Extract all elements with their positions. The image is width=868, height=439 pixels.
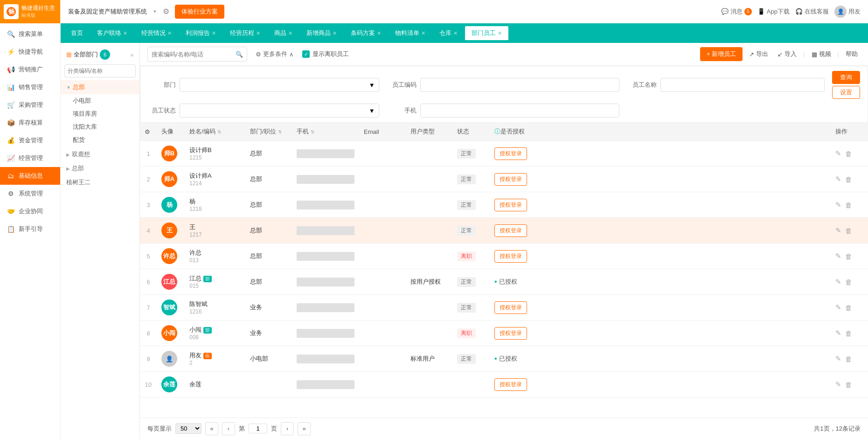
tab-home[interactable]: 首页 — [64, 26, 90, 40]
tab-close-bom[interactable]: ✕ — [421, 30, 425, 36]
help-btn[interactable]: 帮助 — [843, 48, 861, 60]
filter-status-select[interactable]: ▼ — [180, 104, 379, 118]
sort-dept-icon[interactable]: ⇅ — [278, 129, 282, 134]
tab-barcode[interactable]: 条码方案 ✕ — [344, 26, 388, 40]
delete-icon[interactable]: 🗑 — [845, 175, 852, 183]
edit-icon[interactable]: ✎ — [835, 149, 841, 158]
query-button[interactable]: 查询 — [832, 71, 860, 84]
tab-goods[interactable]: 商品 ✕ — [268, 26, 299, 40]
settings-icon[interactable]: ⚙ — [163, 7, 169, 16]
tab-operation[interactable]: 经营情况 ✕ — [135, 26, 178, 40]
sidebar-item-basic[interactable]: 🗂 基础信息 — [0, 167, 60, 185]
edit-icon[interactable]: ✎ — [835, 226, 841, 235]
edit-icon[interactable]: ✎ — [835, 201, 841, 209]
delete-icon[interactable]: 🗑 — [845, 381, 852, 389]
edit-icon[interactable]: ✎ — [835, 303, 841, 312]
sidebar-item-guide[interactable]: 📋 新手引导 — [0, 220, 60, 238]
dept-project[interactable]: 项目库房 — [61, 107, 139, 120]
sidebar-item-quicknav[interactable]: ⚡ 快捷导航 — [0, 43, 60, 61]
filter-code-input[interactable] — [420, 78, 620, 92]
collapse-icon[interactable]: « — [131, 51, 134, 58]
authorize-button[interactable]: 授权登录 — [494, 250, 527, 263]
tab-bom[interactable]: 物料清单 ✕ — [389, 26, 432, 40]
sidebar-item-finance[interactable]: 💰 资金管理 — [0, 132, 60, 149]
sidebar-item-purchase[interactable]: 🛒 采购管理 — [0, 96, 60, 114]
user-btn[interactable]: 👤 用友 — [834, 6, 861, 18]
edit-icon[interactable]: ✎ — [835, 329, 841, 337]
authorize-button[interactable]: 授权登录 — [494, 327, 527, 340]
tab-close-operation[interactable]: ✕ — [167, 30, 172, 36]
delete-icon[interactable]: 🗑 — [845, 304, 852, 312]
dept-search-input[interactable] — [65, 68, 136, 74]
export-btn[interactable]: ↗ 导出 — [746, 48, 771, 60]
delete-icon[interactable]: 🗑 — [845, 355, 852, 363]
app-download-btn[interactable]: 📱 App下载 — [757, 7, 790, 16]
edit-icon[interactable]: ✎ — [835, 278, 841, 286]
dept-shuanglu[interactable]: ▶ 双鹿想 — [61, 147, 139, 161]
tab-employees[interactable]: 部门员工 ✕ — [465, 26, 508, 40]
dept-zongbu[interactable]: ▼ 总部 — [61, 80, 139, 94]
delete-icon[interactable]: 🗑 — [845, 150, 852, 158]
show-resigned-checkbox[interactable]: ✓ — [302, 50, 310, 58]
sidebar-item-operation[interactable]: 📈 经营管理 — [0, 149, 60, 167]
tab-close-warehouse[interactable]: ✕ — [453, 30, 458, 36]
dept-peihuo[interactable]: 配货 — [61, 133, 139, 146]
delete-icon[interactable]: 🗑 — [845, 252, 852, 260]
more-filter-btn[interactable]: ⚙ 更多条件 ∧ — [252, 48, 298, 60]
trial-button[interactable]: 体验行业方案 — [175, 5, 224, 19]
dept-xiaodian[interactable]: 小电部 — [61, 94, 139, 107]
edit-icon[interactable]: ✎ — [835, 355, 841, 363]
message-btn[interactable]: 💬 消息 5 — [721, 7, 752, 16]
add-dept-btn[interactable]: 6 — [100, 49, 110, 60]
next-page-btn[interactable]: › — [281, 422, 294, 435]
dept-shenyang[interactable]: 沈阳大库 — [61, 120, 139, 133]
reset-button[interactable]: 设置 — [832, 86, 860, 99]
sort-phone-icon[interactable]: ⇅ — [311, 129, 314, 134]
filter-phone-input[interactable] — [420, 104, 620, 118]
import-btn[interactable]: ↙ 导入 — [775, 48, 799, 60]
filter-dept-select[interactable]: ▼ — [180, 78, 379, 92]
dept-zongbu2[interactable]: ▶ 总部 — [61, 161, 139, 175]
tab-close-goods[interactable]: ✕ — [288, 30, 292, 36]
tab-close-history[interactable]: ✕ — [256, 30, 260, 36]
tab-close-addgoods[interactable]: ✕ — [333, 30, 337, 36]
sidebar-item-marketing[interactable]: 📢 营销推广 — [0, 61, 60, 78]
delete-icon[interactable]: 🗑 — [845, 201, 852, 209]
delete-icon[interactable]: 🗑 — [845, 278, 852, 286]
filter-name-input[interactable] — [660, 78, 825, 92]
authorize-button[interactable]: 授权登录 — [494, 301, 527, 314]
tab-close-profit[interactable]: ✕ — [212, 30, 216, 36]
tab-customer[interactable]: 客户联络 ✕ — [90, 26, 134, 40]
sort-name-icon[interactable]: ⇅ — [217, 129, 221, 134]
edit-icon[interactable]: ✎ — [835, 380, 841, 389]
authorize-button[interactable]: 授权登录 — [494, 173, 527, 186]
tab-warehouse[interactable]: 仓库 ✕ — [433, 26, 464, 40]
system-select-arrow[interactable]: ▼ — [153, 9, 157, 14]
tab-close-customer[interactable]: ✕ — [123, 30, 127, 36]
page-input[interactable] — [249, 424, 267, 433]
sidebar-item-sales[interactable]: 📊 销售管理 — [0, 78, 60, 96]
dept-zhishu[interactable]: 植树王二 — [61, 175, 139, 189]
tab-close-barcode[interactable]: ✕ — [377, 30, 381, 36]
authorize-button[interactable]: 授权登录 — [494, 224, 527, 237]
online-service-btn[interactable]: 🎧 在线客服 — [795, 7, 829, 16]
edit-icon[interactable]: ✎ — [835, 252, 841, 260]
last-page-btn[interactable]: » — [298, 422, 311, 435]
add-employee-button[interactable]: + 新增员工 — [700, 47, 743, 61]
tab-history[interactable]: 经营历程 ✕ — [223, 26, 267, 40]
per-page-select[interactable]: 50 100 — [175, 423, 201, 434]
first-page-btn[interactable]: « — [205, 422, 218, 435]
authorize-button[interactable]: 授权登录 — [494, 147, 527, 160]
edit-icon[interactable]: ✎ — [835, 175, 841, 183]
tab-profit[interactable]: 利润报告 ✕ — [179, 26, 222, 40]
tab-close-employees[interactable]: ✕ — [498, 30, 502, 36]
settings-col-icon[interactable]: ⚙ — [145, 128, 150, 135]
sidebar-item-search[interactable]: 🔍 搜索菜单 — [0, 25, 60, 43]
sidebar-item-enterprise[interactable]: 🤝 企业协同 — [0, 202, 60, 220]
prev-page-btn[interactable]: ‹ — [222, 422, 235, 435]
delete-icon[interactable]: 🗑 — [845, 227, 852, 235]
delete-icon[interactable]: 🗑 — [845, 329, 852, 337]
view-btn[interactable]: ▦ 视频 — [809, 48, 834, 60]
authorize-button[interactable]: 授权登录 — [494, 199, 527, 211]
search-submit-icon[interactable]: 🔍 — [232, 51, 247, 58]
